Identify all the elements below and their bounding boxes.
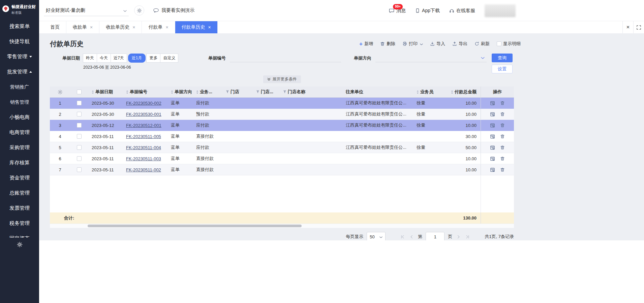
col-direction[interactable]: 单据方向	[167, 89, 193, 95]
messages-button[interactable]: 消息 99+	[389, 8, 406, 14]
show-detail-toggle[interactable]: 显示明细	[497, 41, 521, 47]
table-row[interactable]: 5 2023-05-11 FK-20230511-004 蓝单 应付款 江西真可…	[50, 142, 514, 153]
row-checkbox[interactable]	[77, 101, 82, 105]
select-all-checkbox[interactable]	[77, 90, 82, 94]
col-store-2[interactable]: 门店...	[253, 89, 280, 95]
close-all-tabs-button[interactable]: ×	[622, 21, 633, 33]
table-row[interactable]: 1 2023-05-30 FK-20230530-002 蓝单 应付款 江西真可…	[50, 98, 514, 109]
view-detail-icon[interactable]	[490, 156, 495, 161]
close-icon[interactable]: ×	[132, 25, 135, 30]
row-checkbox[interactable]	[77, 134, 82, 139]
quick-7days-button[interactable]: 近7天	[111, 54, 127, 63]
page-number-input[interactable]	[426, 232, 444, 240]
delete-button[interactable]: 删除	[380, 41, 395, 47]
delete-icon[interactable]	[500, 134, 505, 139]
sidebar-item-sales[interactable]: 销售管理	[0, 95, 39, 110]
delete-icon[interactable]	[500, 167, 505, 172]
scrollbar-thumb[interactable]	[88, 225, 302, 227]
row-checkbox[interactable]	[77, 123, 82, 128]
sidebar-item-inventory[interactable]: 库存核算	[0, 155, 39, 170]
doc-no-link[interactable]: FK-20230530-002	[126, 101, 161, 106]
import-button[interactable]: 导入	[430, 41, 445, 47]
column-settings-icon[interactable]	[58, 90, 63, 95]
view-detail-icon[interactable]	[490, 101, 495, 106]
sidebar-item-ecommerce[interactable]: 电商管理	[0, 125, 39, 140]
delete-icon[interactable]	[500, 156, 505, 161]
col-biz-type[interactable]: 业务...	[193, 89, 222, 95]
view-detail-icon[interactable]	[490, 145, 495, 150]
table-row[interactable]: 3 2023-05-12 FK-20230512-001 蓝单 应付款 江西真可…	[50, 120, 514, 131]
prev-page-button[interactable]	[409, 235, 415, 239]
table-row[interactable]: 7 2023-05-11 FK-20230511-002 蓝单 直接付款 10.…	[50, 164, 514, 175]
delete-icon[interactable]	[500, 145, 505, 150]
settings-gear-button[interactable]	[134, 5, 144, 15]
view-detail-icon[interactable]	[490, 167, 495, 172]
tab-home[interactable]: 首页	[44, 21, 66, 33]
direction-select[interactable]	[375, 54, 487, 62]
next-page-button[interactable]	[456, 235, 461, 239]
doc-no-link[interactable]: FK-20230511-005	[126, 134, 161, 139]
first-page-button[interactable]	[400, 235, 405, 239]
quick-custom-button[interactable]: 自定义	[160, 54, 178, 63]
delete-icon[interactable]	[500, 112, 505, 116]
close-icon[interactable]: ×	[165, 25, 168, 30]
add-button[interactable]: +新增	[359, 41, 373, 47]
tab-receipt-history[interactable]: 收款单历史×	[99, 21, 142, 33]
print-button[interactable]: 打印	[402, 41, 423, 47]
sidebar-item-invoice[interactable]: 发票管理	[0, 201, 39, 216]
delete-icon[interactable]	[500, 101, 505, 105]
doc-no-link[interactable]: FK-20230511-004	[126, 145, 161, 150]
sidebar-item-retail[interactable]: 零售管理	[0, 49, 39, 64]
fullscreen-button[interactable]	[633, 21, 644, 33]
demo-link[interactable]: 我要看实例演示	[153, 7, 194, 13]
view-detail-icon[interactable]	[490, 123, 495, 128]
doc-no-input[interactable]	[230, 54, 341, 62]
row-checkbox[interactable]	[77, 112, 82, 116]
row-checkbox[interactable]	[77, 167, 82, 172]
horizontal-scrollbar[interactable]	[50, 224, 514, 228]
col-date[interactable]: 单据日期	[88, 89, 123, 95]
search-button[interactable]: 查询	[492, 54, 513, 62]
user-name-redacted[interactable]	[485, 4, 516, 17]
close-icon[interactable]: ×	[90, 25, 93, 30]
col-store-name[interactable]: 门店名称	[280, 89, 342, 95]
table-row[interactable]: 2 2023-05-30 FK-20230530-001 蓝单 预付款 江西真可…	[50, 109, 514, 120]
tab-payment-history[interactable]: 付款单历史×	[175, 21, 218, 33]
quick-1month-button[interactable]: 近1月	[128, 54, 146, 63]
tab-receipt[interactable]: 收款单×	[66, 21, 99, 33]
view-detail-icon[interactable]	[490, 112, 495, 117]
table-row[interactable]: 6 2023-05-11 FK-20230511-003 蓝单 直接付款 10.…	[50, 153, 514, 164]
quick-more-button[interactable]: 更多	[146, 54, 160, 63]
per-page-select[interactable]: 50	[367, 232, 386, 240]
online-support-button[interactable]: 在线客服	[449, 8, 475, 14]
quick-today-button[interactable]: 今天	[97, 54, 111, 63]
sidebar-item-marketing[interactable]: 营销推广	[0, 79, 39, 95]
doc-no-link[interactable]: FK-20230512-001	[126, 123, 161, 128]
row-checkbox[interactable]	[77, 145, 82, 150]
doc-no-link[interactable]: FK-20230511-003	[126, 156, 161, 161]
sidebar-item-xiaochang-ecom[interactable]: 小畅电商	[0, 110, 39, 125]
col-partner[interactable]: 往来单位	[342, 89, 413, 95]
workspace-select[interactable]: 好业财测试-量勿删	[44, 5, 129, 16]
quick-yesterday-button[interactable]: 昨天	[83, 54, 97, 63]
col-salesman[interactable]: 业务员	[413, 89, 440, 95]
delete-icon[interactable]	[500, 123, 505, 128]
col-doc-no[interactable]: 单据编号	[123, 89, 167, 95]
sidebar-item-funds[interactable]: 资金管理	[0, 170, 39, 186]
sidebar-item-search-menu[interactable]: 搜索菜单	[0, 19, 39, 34]
gear-icon[interactable]	[17, 242, 23, 249]
last-page-button[interactable]	[465, 235, 470, 239]
view-detail-icon[interactable]	[490, 134, 495, 139]
doc-no-link[interactable]: FK-20230530-001	[126, 112, 161, 117]
doc-no-link[interactable]: FK-20230511-002	[126, 167, 161, 172]
app-download-button[interactable]: App下载	[415, 8, 440, 14]
sidebar-item-quick-nav[interactable]: 快捷导航	[0, 34, 39, 49]
row-checkbox[interactable]	[77, 156, 82, 161]
refresh-button[interactable]: 刷新	[474, 41, 490, 47]
export-button[interactable]: 导出	[452, 41, 467, 47]
close-icon[interactable]: ×	[208, 25, 211, 30]
sidebar-item-tax[interactable]: 税务管理	[0, 216, 39, 231]
expand-more-conditions-button[interactable]: 展开更多条件	[263, 75, 301, 83]
sidebar-item-purchase[interactable]: 采购管理	[0, 140, 39, 155]
col-amount[interactable]: 付款总金额	[440, 89, 481, 95]
